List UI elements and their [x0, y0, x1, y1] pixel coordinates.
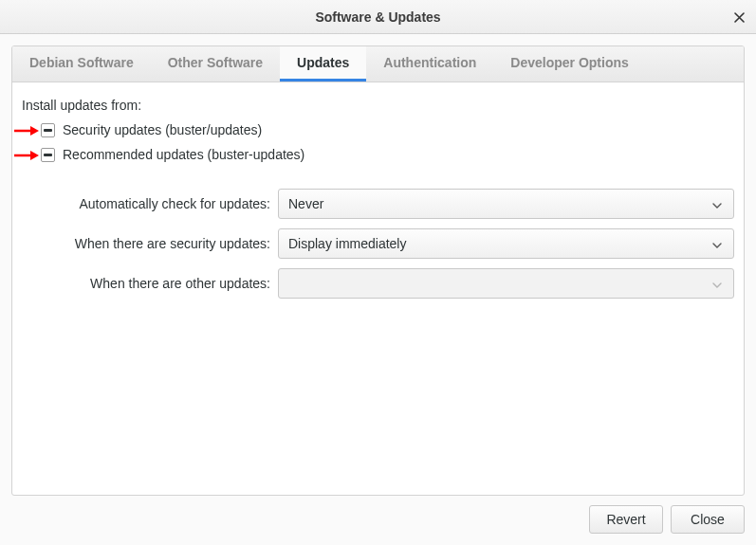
svg-marker-3	[30, 151, 39, 160]
chevron-down-icon	[712, 276, 722, 291]
other-updates-combo	[278, 268, 734, 299]
check-row-security-updates: Security updates (buster/updates)	[41, 122, 734, 137]
window-title: Software & Updates	[315, 9, 440, 25]
arrow-icon	[14, 149, 39, 164]
security-updates-label: When there are security updates:	[22, 236, 278, 251]
row-security-updates: When there are security updates: Display…	[22, 228, 734, 259]
tab-debian-software[interactable]: Debian Software	[12, 46, 151, 82]
tab-developer-options[interactable]: Developer Options	[493, 46, 645, 82]
checkbox-label[interactable]: Recommended updates (buster-updates)	[63, 147, 304, 162]
revert-button[interactable]: Revert	[589, 505, 663, 534]
check-row-recommended-updates: Recommended updates (buster-updates)	[41, 147, 734, 162]
chevron-down-icon	[712, 196, 722, 211]
row-other-updates: When there are other updates:	[22, 268, 734, 299]
checkbox-security-updates[interactable]	[41, 123, 55, 137]
install-from-label: Install updates from:	[22, 98, 734, 113]
auto-check-combo[interactable]: Never	[278, 189, 734, 219]
checkbox-recommended-updates[interactable]	[41, 148, 55, 162]
svg-marker-1	[30, 126, 39, 136]
tab-other-software[interactable]: Other Software	[151, 46, 280, 82]
combo-value: Display immediately	[288, 236, 406, 251]
titlebar: Software & Updates	[0, 0, 756, 34]
tab-updates[interactable]: Updates	[280, 46, 366, 82]
form-rows: Automatically check for updates: Never W…	[22, 189, 734, 299]
tabs-panel: Debian Software Other Software Updates A…	[11, 45, 745, 496]
tab-authentication[interactable]: Authentication	[366, 46, 493, 82]
tab-body-updates: Install updates from: Security updates (…	[12, 82, 744, 495]
minus-icon	[44, 154, 52, 156]
content-area: Debian Software Other Software Updates A…	[0, 34, 756, 545]
row-auto-check: Automatically check for updates: Never	[22, 189, 734, 219]
tabbar: Debian Software Other Software Updates A…	[12, 46, 744, 82]
checkbox-label[interactable]: Security updates (buster/updates)	[63, 122, 262, 137]
dialog-footer: Revert Close	[11, 496, 745, 534]
minus-icon	[44, 129, 52, 132]
arrow-icon	[14, 124, 39, 139]
security-updates-combo[interactable]: Display immediately	[278, 228, 734, 259]
combo-value: Never	[288, 196, 323, 211]
close-icon[interactable]	[734, 0, 745, 34]
other-updates-label: When there are other updates:	[22, 276, 278, 291]
close-button[interactable]: Close	[671, 505, 745, 534]
chevron-down-icon	[712, 236, 722, 251]
auto-check-label: Automatically check for updates:	[22, 196, 278, 211]
